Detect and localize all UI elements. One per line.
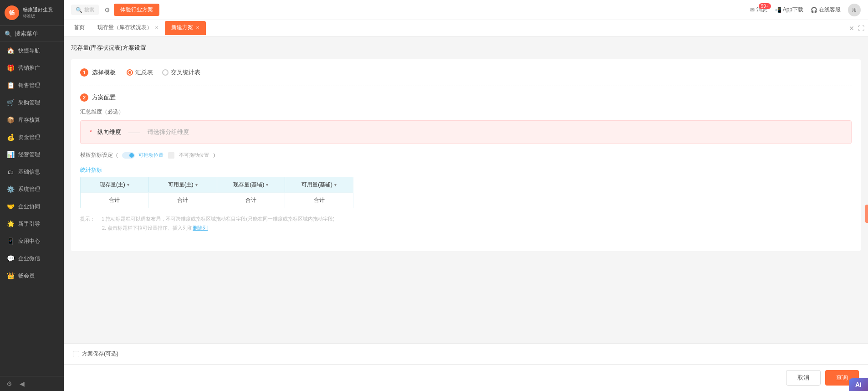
service-icon: 🎧	[811, 7, 817, 13]
app-version: 标准版	[23, 13, 53, 19]
bottom-save-section: 方案保存(可选)	[64, 343, 868, 364]
step2-num: 2	[80, 93, 88, 102]
stats-col-2-label: 可用量(主)	[168, 181, 194, 189]
tab-bar: 首页 现存量（库存状况表） ✕ 新建方案 ✕ ✕ ⛶	[64, 20, 868, 36]
tab-close-inventory[interactable]: ✕	[155, 25, 158, 30]
stats-cell-1: 合计	[81, 193, 149, 208]
sidebar-nav: 🏠 快捷导航 🎁 营销推广 📋 销售管理 🛒 采购管理 📦 库存核算 💰 资金管…	[0, 42, 64, 376]
delete-column-link[interactable]: 删除列	[193, 225, 208, 231]
col2-chevron-icon: ▾	[195, 182, 198, 187]
sidebar-item-sales[interactable]: 📋 销售管理	[0, 77, 64, 94]
hint-text-2: 2. 点击标题栏下拉可设置排序、插入列和	[102, 225, 193, 231]
toggle-sidebar-btn[interactable]: ◀	[20, 380, 25, 387]
sidebar-item-label: 销售管理	[18, 82, 40, 89]
save-option-checkbox[interactable]: 方案保存(可选)	[73, 350, 118, 358]
indicator-settings-label: 模板指标设定（	[80, 151, 118, 159]
radio-summary-dot	[127, 69, 133, 76]
basic-icon: 🗂	[6, 168, 15, 176]
tab-inventory-status[interactable]: 现存量（库存状况表） ✕	[91, 21, 165, 35]
ai-badge[interactable]: Ai	[849, 378, 868, 391]
sidebar-search[interactable]: 🔍 搜索菜单	[0, 26, 64, 42]
sidebar-item-label: 企业协同	[18, 203, 40, 211]
close-window-icon[interactable]: ✕	[849, 25, 854, 32]
search-icon: 🔍	[5, 31, 12, 37]
sidebar-item-label: 采购管理	[18, 99, 40, 107]
stats-table-header: 现存量(主) ▾ 可用量(主) ▾ 现存量(基辅) ▾	[81, 177, 353, 192]
dimension-required-area: * 纵向维度 —— 请选择分组维度	[80, 120, 852, 144]
step1-title: 选择模板	[92, 68, 116, 77]
sidebar-item-enterprise[interactable]: 🤝 企业协同	[0, 198, 64, 215]
sidebar-item-newbie[interactable]: 🌟 新手引导	[0, 215, 64, 232]
radio-summary[interactable]: 汇总表	[127, 68, 153, 77]
resize-handle[interactable]	[865, 205, 868, 223]
sidebar-item-label: 基础信息	[18, 168, 40, 176]
hints-area: 提示： 1.拖动标题栏可以调整布局，不可跨维度或指标区域拖动栏目字段(只能在同一…	[80, 215, 852, 233]
col4-chevron-icon: ▾	[334, 182, 337, 187]
col3-chevron-icon: ▾	[266, 182, 268, 187]
tab-home-label: 首页	[74, 24, 85, 31]
app-download-button[interactable]: 📲 App下载	[775, 6, 803, 14]
dimension-vertical-label: 纵向维度	[97, 128, 121, 136]
cancel-button[interactable]: 取消	[786, 370, 821, 386]
sidebar-item-label: 应用中心	[18, 237, 40, 245]
user-avatar[interactable]: 用	[848, 4, 861, 16]
search-placeholder: 搜索	[84, 6, 94, 13]
sidebar-item-label: 库存核算	[18, 116, 40, 124]
sidebar-item-label: 新手引导	[18, 220, 40, 228]
sidebar-item-basic[interactable]: 🗂 基础信息	[0, 163, 64, 180]
header-left: 🔍 搜索 ⚙ 体验行业方案	[71, 4, 159, 16]
sidebar-item-label: 系统管理	[18, 185, 40, 193]
indicator-toggle-off-visual	[168, 152, 174, 159]
sidebar-item-appstore[interactable]: 📱 应用中心	[0, 232, 64, 250]
member-icon: 👑	[6, 272, 15, 280]
sidebar-item-inventory[interactable]: 📦 库存核算	[0, 111, 64, 129]
required-star: *	[90, 129, 92, 135]
step1-num: 1	[80, 68, 88, 77]
tab-close-new-scheme[interactable]: ✕	[196, 25, 199, 30]
indicator-toggle-on[interactable]	[122, 152, 135, 159]
settings-icon[interactable]: ⚙	[104, 6, 110, 14]
tab-new-scheme[interactable]: 新建方案 ✕	[165, 21, 206, 35]
stats-cell-2: 合计	[149, 193, 217, 208]
settings-footer-btn[interactable]: ⚙	[6, 380, 12, 387]
indicator-badge-off-label: 不可拖动位置	[179, 152, 209, 159]
stats-col-header-4[interactable]: 可用量(基辅) ▾	[285, 177, 353, 192]
tab-home[interactable]: 首页	[67, 21, 91, 35]
stats-section: 统计指标 现存量(主) ▾ 可用量(主) ▾	[80, 166, 852, 208]
expand-window-icon[interactable]: ⛶	[858, 25, 864, 32]
app-logo-icon: 畅	[5, 5, 19, 20]
sidebar-item-member[interactable]: 👑 畅会员	[0, 267, 64, 284]
sidebar-item-label: 资金管理	[18, 134, 40, 141]
stats-cell-3: 合计	[217, 193, 286, 208]
inventory-icon: 📦	[6, 116, 15, 124]
radio-cross[interactable]: 交叉统计表	[162, 68, 200, 77]
hint-2: 2. 点击标题栏下拉可设置排序、插入列和删除列	[102, 224, 852, 233]
stats-col-header-3[interactable]: 现存量(基辅) ▾	[217, 177, 286, 192]
sidebar-item-label: 经营管理	[18, 151, 40, 159]
purchase-icon: 🛒	[6, 98, 15, 107]
app-icon: 📱	[6, 237, 15, 245]
online-service-button[interactable]: 🎧 在线客服	[811, 6, 841, 14]
radio-summary-label: 汇总表	[135, 68, 153, 77]
messages-button[interactable]: ✉ 消息 99+	[750, 6, 767, 14]
step2-header: 2 方案配置	[80, 93, 852, 102]
sidebar-item-marketing[interactable]: 🎁 营销推广	[0, 59, 64, 77]
sidebar-item-system[interactable]: ⚙️ 系统管理	[0, 180, 64, 198]
trial-button[interactable]: 体验行业方案	[114, 4, 159, 16]
indicator-bracket-close: ）	[213, 151, 218, 159]
sidebar-item-label: 企业微信	[18, 255, 40, 262]
indicator-label-row: 模板指标设定（ 可拖动位置 不可拖动位置 ）	[80, 151, 852, 159]
stats-col-header-1[interactable]: 现存量(主) ▾	[81, 177, 149, 192]
sidebar-item-wechat[interactable]: 💬 企业微信	[0, 250, 64, 267]
sidebar-item-purchase[interactable]: 🛒 采购管理	[0, 94, 64, 111]
sidebar-item-shortcut[interactable]: 🏠 快捷导航	[0, 42, 64, 59]
sidebar-item-operations[interactable]: 📊 经营管理	[0, 146, 64, 163]
save-checkbox-input[interactable]	[73, 351, 79, 357]
stats-col-header-2[interactable]: 可用量(主) ▾	[149, 177, 217, 192]
header-search[interactable]: 🔍 搜索	[71, 5, 99, 15]
sidebar-item-finance[interactable]: 💰 资金管理	[0, 129, 64, 146]
indicator-badge-on-label: 可拖动位置	[138, 152, 163, 159]
app-name: 畅康通好生意	[23, 6, 53, 13]
messages-badge: 99+	[759, 3, 771, 9]
page-title: 现存量(库存状况表)方案设置	[71, 44, 861, 52]
